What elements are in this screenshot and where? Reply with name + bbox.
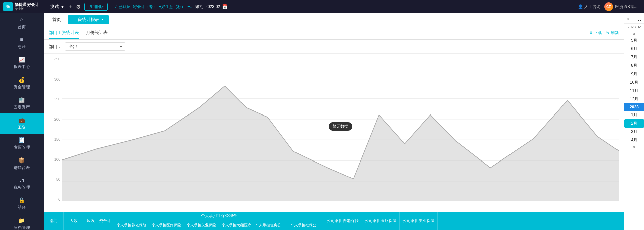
user-area[interactable]: CE 轻捷通B追... [604, 2, 637, 11]
type3-badge: +... [187, 4, 193, 9]
right-panel-controls: × ⛶ [624, 15, 644, 24]
th-personal-total: 个人承担社保公积金合计 [289, 223, 324, 228]
sidebar-item-label: 资金管理 [14, 84, 30, 90]
add-icon[interactable]: ＋ [68, 3, 73, 10]
filter-select-wrap: 全部 部门1 部门2 [65, 42, 125, 51]
sidebar-item-label: 工资 [18, 125, 26, 130]
certified-badge: ✓ 已认证 [114, 4, 131, 10]
y-label-50: 50 [56, 177, 60, 181]
sub-tab-monthly[interactable]: 月份统计表 [86, 27, 108, 39]
ai-consult-button[interactable]: 👤 人工咨询 [578, 4, 600, 10]
top-header: 畅 畅捷通好会计 专业版 测试 ▼ ＋ ⚙ 切到旧版 ✓ 已认证 好会计（专） … [0, 0, 644, 13]
month-9[interactable]: 9月 [624, 70, 644, 78]
type1-badge: 好会计（专） [133, 4, 157, 10]
sidebar-item-tax[interactable]: 🗂 税务管理 [0, 174, 44, 194]
sidebar-item-reports[interactable]: 📈 报表中心 [0, 53, 44, 73]
sub-tabs-right: ⬇ 下载 ↻ 刷新 [589, 30, 619, 36]
refresh-button[interactable]: ↻ 刷新 [606, 30, 619, 36]
month-10[interactable]: 10月 [624, 78, 644, 87]
assets-icon: 🏢 [18, 97, 25, 103]
sidebar-item-sales[interactable]: 📦 进销台账 [0, 154, 44, 174]
y-label-150: 150 [54, 137, 60, 141]
th-personal-housing: 个人承担住房公积金 [254, 223, 289, 228]
scroll-up-arrow[interactable]: ▲ [624, 30, 644, 36]
tab-close-icon[interactable]: × [101, 17, 104, 22]
close-panel-icon[interactable]: × [627, 16, 630, 22]
month-5[interactable]: 5月 [624, 36, 644, 45]
sub-tab-dept[interactable]: 部门工资统计表 [49, 27, 79, 39]
month-6[interactable]: 6月 [624, 45, 644, 53]
filter-row: 部门： 全部 部门1 部门2 [44, 40, 624, 54]
period-value: 2023-02 [205, 4, 220, 9]
content-area: 首页 工资统计报表 × 部门工资统计表 月份统计表 ⬇ 下载 [44, 13, 624, 230]
y-axis: 350 300 250 200 150 100 50 0 [49, 57, 62, 201]
sidebar-item-salary[interactable]: 💼 工资 [0, 113, 44, 134]
y-label-0: 0 [58, 197, 60, 201]
user-name: 轻捷通B追... [615, 4, 637, 10]
y-label-350: 350 [54, 57, 60, 61]
th-personal-pension: 个人承担养老保险 [114, 223, 149, 228]
tab-bar: 首页 工资统计报表 × [44, 13, 624, 26]
chart-container: 350 300 250 200 150 100 50 0 [49, 57, 619, 208]
th-personal-major-medical: 个人承担大额医疗 [219, 223, 254, 228]
sidebar-item-closing[interactable]: 🔒 结账 [0, 194, 44, 214]
th-dept: 部门 [44, 212, 64, 230]
sub-tab-bar: 部门工资统计表 月份统计表 ⬇ 下载 ↻ 刷新 [44, 26, 624, 40]
y-label-300: 300 [54, 77, 60, 81]
sales-icon: 📦 [18, 157, 25, 164]
th-sub-headers-personal: 个人承担养老保险 个人承担医疗保险 个人承担失业保险 个人承担大额医疗 个人承担… [114, 220, 324, 230]
download-button[interactable]: ⬇ 下载 [589, 30, 602, 36]
scroll-down-arrow[interactable]: ▼ [624, 144, 644, 150]
calendar-icon[interactable]: 📅 [222, 4, 228, 9]
closing-icon: 🔒 [18, 197, 25, 203]
sidebar-item-invoice[interactable]: 🧾 发票管理 [0, 134, 44, 154]
month-11[interactable]: 11月 [624, 87, 644, 95]
header-icons: ＋ ⚙ [68, 3, 81, 10]
sidebar-item-assets[interactable]: 🏢 固定资产 [0, 93, 44, 113]
tax-icon: 🗂 [19, 177, 24, 183]
header-middle: 测试 ▼ ＋ ⚙ 切到旧版 ✓ 已认证 好会计（专） +好生意（标） +... … [47, 3, 578, 11]
month-12[interactable]: 12月 [624, 95, 644, 103]
th-company-unemployment: 公司承担失业保险 [400, 212, 438, 230]
month-4[interactable]: 4月 [624, 136, 644, 144]
home-icon: ⌂ [20, 17, 23, 23]
month-1[interactable]: 1月 [624, 111, 644, 119]
year-2023-label: 2023 [624, 103, 644, 111]
sidebar-item-ledger[interactable]: ≡ 总账 [0, 33, 44, 53]
header-right: 👤 人工咨询 CE 轻捷通B追... [578, 2, 641, 11]
logo-icon: 畅 [3, 2, 13, 11]
period-label: 账期 [195, 4, 203, 10]
tab-salary-report[interactable]: 工资统计报表 × [68, 15, 109, 24]
funds-icon: 💰 [18, 77, 25, 83]
company-dropdown-icon: ▼ [60, 4, 65, 9]
invoice-icon: 🧾 [18, 137, 25, 143]
status-badges: ✓ 已认证 好会计（专） +好生意（标） +... 账期 2023-02 📅 [114, 4, 228, 10]
current-period-display: 2023.02 [624, 24, 644, 30]
sidebar-item-home[interactable]: ⌂ 首页 [0, 13, 44, 33]
month-8[interactable]: 8月 [624, 61, 644, 70]
month-7[interactable]: 7月 [624, 53, 644, 61]
tab-home[interactable]: 首页 [47, 15, 66, 24]
settings-icon[interactable]: ⚙ [76, 4, 81, 10]
y-label-250: 250 [54, 97, 60, 101]
sidebar: ⌂ 首页 ≡ 总账 📈 报表中心 💰 资金管理 🏢 固定资产 💼 工资 🧾 发票… [0, 13, 44, 230]
logo-text: 畅捷通好会计 专业版 [15, 2, 39, 11]
department-select[interactable]: 全部 部门1 部门2 [65, 42, 125, 51]
sidebar-item-funds[interactable]: 💰 资金管理 [0, 73, 44, 93]
month-3[interactable]: 3月 [624, 128, 644, 136]
filter-label: 部门： [49, 44, 62, 50]
date-panel: 2023.02 ▲ 5月 6月 7月 8月 9月 10月 11月 12月 202… [624, 24, 644, 230]
th-total-salary: 应发工资合计 [84, 212, 114, 230]
sidebar-item-label: 归档管理 [14, 225, 30, 230]
expand-panel-icon[interactable]: ⛶ [637, 17, 641, 21]
month-2-active[interactable]: 2月 [624, 119, 644, 128]
company-select[interactable]: 测试 ▼ [50, 4, 65, 10]
logo-sub: 专业版 [15, 7, 39, 11]
company-name: 测试 [50, 4, 59, 10]
th-company-pension: 公司承担养老保险 [324, 212, 362, 230]
old-version-button[interactable]: 切到旧版 [84, 3, 108, 11]
ai-consult-label: 人工咨询 [584, 4, 600, 10]
archive-icon: 📁 [18, 217, 25, 224]
chart-svg-wrap: 暂无数据 [62, 57, 619, 201]
sidebar-item-archive[interactable]: 📁 归档管理 [0, 214, 44, 230]
